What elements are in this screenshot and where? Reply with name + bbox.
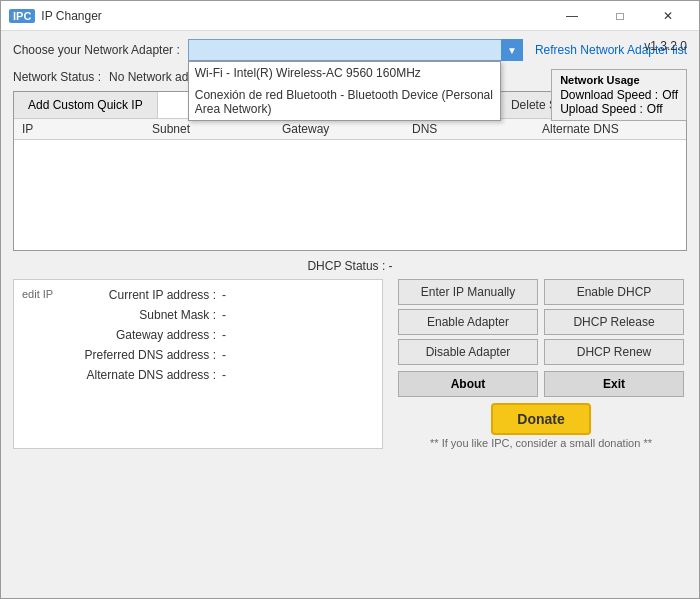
col-subnet: Subnet [148, 122, 278, 136]
dhcp-status-label: DHCP Status : [307, 259, 388, 273]
col-dns: DNS [408, 122, 538, 136]
preferred-dns-row: Preferred DNS address : - [26, 348, 370, 362]
gateway-value: - [222, 328, 226, 342]
alternate-dns-row: Alternate DNS address : - [26, 368, 370, 382]
preferred-dns-value: - [222, 348, 226, 362]
adapter-select-wrapper: ▼ Wi-Fi - Intel(R) Wireless-AC 9560 160M… [188, 39, 523, 61]
table-header: IP Subnet Gateway DNS Alternate DNS [14, 119, 686, 140]
app-icon: IPC [9, 9, 35, 23]
preferred-dns-label: Preferred DNS address : [56, 348, 216, 362]
dropdown-item-bluetooth[interactable]: Conexión de red Bluetooth - Bluetooth De… [189, 84, 500, 120]
adapter-section: Choose your Network Adapter : ▼ Wi-Fi - … [13, 39, 687, 87]
adapter-label: Choose your Network Adapter : [13, 43, 180, 57]
content-area: v1.3.2.0 Choose your Network Adapter : ▼… [1, 31, 699, 598]
row2-buttons: Enable Adapter DHCP Release [395, 309, 687, 335]
col-ip: IP [18, 122, 148, 136]
adapter-row: Choose your Network Adapter : ▼ Wi-Fi - … [13, 39, 687, 61]
col-gateway: Gateway [278, 122, 408, 136]
gateway-label: Gateway address : [56, 328, 216, 342]
adapter-dropdown-menu: Wi-Fi - Intel(R) Wireless-AC 9560 160MHz… [188, 61, 501, 121]
main-window: IPC IP Changer — □ ✕ v1.3.2.0 Choose you… [0, 0, 700, 599]
dhcp-release-button[interactable]: DHCP Release [544, 309, 684, 335]
download-row: Download Speed : Off [560, 88, 678, 102]
download-label: Download Speed : [560, 88, 658, 102]
enable-adapter-button[interactable]: Enable Adapter [398, 309, 538, 335]
donate-button[interactable]: Donate [491, 403, 590, 435]
title-bar: IPC IP Changer — □ ✕ [1, 1, 699, 31]
network-usage-title: Network Usage [560, 74, 678, 86]
edit-ip-label: edit IP [22, 288, 53, 300]
exit-button[interactable]: Exit [544, 371, 684, 397]
gateway-row: Gateway address : - [26, 328, 370, 342]
about-exit-row: About Exit [395, 371, 687, 397]
dhcp-renew-button[interactable]: DHCP Renew [544, 339, 684, 365]
add-custom-quick-ip-button[interactable]: Add Custom Quick IP [14, 92, 158, 118]
window-controls: — □ ✕ [549, 1, 691, 31]
enter-ip-manually-button[interactable]: Enter IP Manually [398, 279, 538, 305]
donate-row: Donate ** If you like IPC, consider a sm… [395, 403, 687, 449]
upload-label: Upload Speed : [560, 102, 643, 116]
upload-value: Off [647, 102, 663, 116]
maximize-button[interactable]: □ [597, 1, 643, 31]
enable-dhcp-button[interactable]: Enable DHCP [544, 279, 684, 305]
version-label: v1.3.2.0 [644, 39, 687, 53]
close-button[interactable]: ✕ [645, 1, 691, 31]
disable-adapter-button[interactable]: Disable Adapter [398, 339, 538, 365]
row1-buttons: Enter IP Manually Enable DHCP [395, 279, 687, 305]
about-button[interactable]: About [398, 371, 538, 397]
info-box: edit IP Current IP address : - Subnet Ma… [13, 279, 383, 449]
row3-buttons: Disable Adapter DHCP Renew [395, 339, 687, 365]
dhcp-status-value: - [389, 259, 393, 273]
bottom-main: edit IP Current IP address : - Subnet Ma… [13, 279, 687, 449]
current-ip-row: Current IP address : - [26, 288, 370, 302]
app-title: IP Changer [41, 9, 549, 23]
col-alt-dns: Alternate DNS [538, 122, 682, 136]
table-body [14, 140, 686, 250]
current-ip-label: Current IP address : [56, 288, 216, 302]
adapter-select[interactable] [188, 39, 523, 61]
minimize-button[interactable]: — [549, 1, 595, 31]
dropdown-arrow-icon[interactable]: ▼ [501, 39, 523, 61]
subnet-row: Subnet Mask : - [26, 308, 370, 322]
buttons-panel: Enter IP Manually Enable DHCP Enable Ada… [395, 279, 687, 449]
download-value: Off [662, 88, 678, 102]
current-ip-value: - [222, 288, 226, 302]
network-status-label: Network Status : [13, 70, 101, 84]
alternate-dns-value: - [222, 368, 226, 382]
subnet-label: Subnet Mask : [56, 308, 216, 322]
donate-text: ** If you like IPC, consider a small don… [395, 437, 687, 449]
upload-row: Upload Speed : Off [560, 102, 678, 116]
bottom-section: DHCP Status : - edit IP Current IP addre… [13, 259, 687, 449]
alternate-dns-label: Alternate DNS address : [56, 368, 216, 382]
subnet-value: - [222, 308, 226, 322]
network-usage-box: Network Usage Download Speed : Off Uploa… [551, 69, 687, 121]
dropdown-item-wifi[interactable]: Wi-Fi - Intel(R) Wireless-AC 9560 160MHz [189, 62, 500, 84]
dhcp-status-row: DHCP Status : - [13, 259, 687, 273]
